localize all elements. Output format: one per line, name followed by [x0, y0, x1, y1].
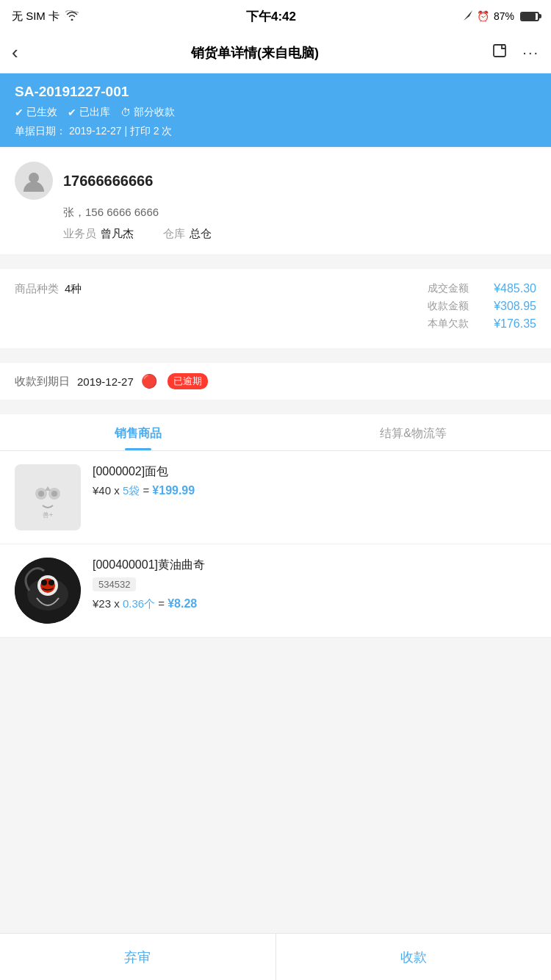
- status-right: ⏰ 87%: [464, 10, 539, 23]
- product-item: 兽+ [0000002]面包 ¥40 x 5袋 = ¥199.99: [0, 451, 551, 544]
- product-type-label: 商品种类: [15, 282, 59, 296]
- divider-1: [0, 254, 551, 262]
- carrier-label: 无 SIM 卡: [12, 10, 60, 24]
- due-label: 收款到期日: [15, 375, 70, 389]
- received-amount-row: 收款金额 ¥308.95: [428, 300, 536, 313]
- wifi-icon: [65, 10, 79, 23]
- tag-partial-label: 部分收款: [134, 106, 175, 119]
- header-band: SA-20191227-001 ✔ 已生效 ✔ 已出库 ⏱ 部分收款 单据日期：…: [0, 73, 551, 147]
- product-sku-2: 534532: [93, 577, 136, 591]
- price-qty-1: 5袋: [123, 484, 140, 497]
- back-button[interactable]: ‹: [12, 41, 18, 64]
- customer-section: 17666666666 张，156 6666 6666 业务员 曾凡杰 仓库 总…: [0, 148, 551, 254]
- bottom-bar: 弃审 收款: [0, 933, 551, 980]
- clock-icon: ⏱: [120, 107, 131, 118]
- cancel-review-button[interactable]: 弃审: [0, 934, 276, 980]
- tab-sales-products[interactable]: 销售商品: [0, 414, 276, 450]
- price-qty-2: 0.36个: [123, 597, 155, 610]
- check-icon-1: ✔: [15, 107, 24, 118]
- summary-right: 成交金额 ¥485.30 收款金额 ¥308.95 本单欠款 ¥176.35: [428, 282, 536, 335]
- status-time: 下午4:42: [246, 8, 296, 25]
- battery-percent: 87%: [494, 10, 514, 22]
- product-info-2: [000400001]黄油曲奇 534532 ¥23 x 0.36个 = ¥8.…: [93, 558, 536, 611]
- price-total-1: ¥199.99: [152, 484, 195, 497]
- tab-settlement[interactable]: 结算&物流等: [276, 414, 551, 450]
- customer-id: 17666666666: [63, 173, 153, 190]
- deal-amount-label: 成交金额: [428, 282, 469, 295]
- page-title: 销货单详情(来自电脑): [191, 44, 319, 62]
- order-tags: ✔ 已生效 ✔ 已出库 ⏱ 部分收款: [15, 106, 536, 119]
- alarm-icon: ⏰: [477, 10, 489, 22]
- tag-active-label: 已生效: [26, 106, 57, 119]
- order-number: SA-20191227-001: [15, 84, 536, 100]
- price-base-1: ¥40: [93, 484, 111, 497]
- divider-3: [0, 400, 551, 407]
- svg-point-6: [51, 491, 57, 497]
- debt-amount-row: 本单欠款 ¥176.35: [428, 317, 536, 331]
- due-date-value: 2019-12-27: [77, 375, 134, 388]
- price-x-2: x: [114, 597, 123, 610]
- svg-point-13: [41, 580, 47, 586]
- product-item-2: [000400001]黄油曲奇 534532 ¥23 x 0.36个 = ¥8.…: [0, 544, 551, 638]
- product-name-1: [0000002]面包: [93, 464, 536, 480]
- customer-meta: 业务员 曾凡杰 仓库 总仓: [63, 227, 536, 241]
- product-price-2: ¥23 x 0.36个 = ¥8.28: [93, 597, 536, 611]
- product-name-2: [000400001]黄油曲奇: [93, 558, 536, 573]
- customer-contact: 张，156 6666 6666: [63, 206, 536, 220]
- order-date: 单据日期： 2019-12-27 | 打印 2 次: [15, 125, 536, 138]
- tag-active: ✔ 已生效: [15, 106, 57, 119]
- product-info-1: [0000002]面包 ¥40 x 5袋 = ¥199.99: [93, 464, 536, 498]
- warehouse-value: 总仓: [190, 227, 212, 241]
- price-base-2: ¥23: [93, 597, 111, 610]
- bottom-spacer: [0, 638, 551, 685]
- date-label: 单据日期：: [15, 125, 66, 137]
- products-section: 兽+ [0000002]面包 ¥40 x 5袋 = ¥199.99: [0, 451, 551, 638]
- tag-shipped-label: 已出库: [79, 106, 110, 119]
- summary-section: 商品种类 4种 成交金额 ¥485.30 收款金额 ¥308.95 本单欠款 ¥…: [0, 269, 551, 348]
- location-icon: [464, 10, 472, 23]
- due-section: 收款到期日 2019-12-27 🔴 已逾期: [0, 363, 551, 400]
- price-total-2: ¥8.28: [168, 597, 197, 610]
- product-thumbnail-1: 兽+: [15, 464, 81, 530]
- avatar: [15, 162, 53, 200]
- product-price-1: ¥40 x 5袋 = ¥199.99: [93, 484, 536, 498]
- product-thumbnail-2: [15, 558, 81, 624]
- overdue-badge: 已逾期: [168, 373, 208, 389]
- collect-payment-button[interactable]: 收款: [276, 934, 552, 980]
- date-value: 2019-12-27: [69, 125, 122, 137]
- deal-amount-row: 成交金额 ¥485.30: [428, 282, 536, 295]
- tag-shipped: ✔ 已出库: [68, 106, 110, 119]
- check-icon-2: ✔: [68, 107, 76, 118]
- status-bar: 无 SIM 卡 下午4:42 ⏰ 87%: [0, 0, 551, 32]
- price-x-1: x: [114, 484, 123, 497]
- more-button[interactable]: ···: [522, 44, 539, 61]
- svg-point-1: [29, 173, 39, 183]
- svg-point-5: [38, 491, 44, 497]
- price-eq-1: =: [143, 484, 152, 497]
- sales-value: 曾凡杰: [101, 227, 134, 241]
- received-amount-value: ¥308.95: [478, 300, 536, 313]
- nav-actions: ···: [491, 43, 539, 63]
- debt-amount-label: 本单欠款: [428, 317, 469, 331]
- print-text: | 打印 2 次: [124, 125, 172, 137]
- price-eq-2: =: [158, 597, 168, 610]
- divider-2: [0, 348, 551, 356]
- deal-amount-value: ¥485.30: [478, 282, 536, 295]
- nav-bar: ‹ 销货单详情(来自电脑) ···: [0, 32, 551, 73]
- summary-left: 商品种类 4种: [15, 282, 82, 299]
- customer-row: 17666666666: [15, 162, 536, 200]
- product-type-value: 4种: [65, 282, 82, 296]
- svg-rect-0: [494, 45, 505, 57]
- warehouse-meta: 仓库 总仓: [163, 227, 212, 241]
- debt-amount-value: ¥176.35: [478, 317, 536, 331]
- overdue-warning-icon: 🔴: [141, 373, 157, 389]
- sales-meta: 业务员 曾凡杰: [63, 227, 163, 241]
- share-button[interactable]: [491, 43, 508, 63]
- svg-point-14: [48, 580, 54, 586]
- tabs-section: 销售商品 结算&物流等: [0, 414, 551, 451]
- tag-partial: ⏱ 部分收款: [120, 106, 175, 119]
- battery-icon: [520, 12, 539, 21]
- product-type-row: 商品种类 4种: [15, 282, 82, 296]
- received-amount-label: 收款金额: [428, 300, 469, 313]
- warehouse-label: 仓库: [163, 227, 185, 241]
